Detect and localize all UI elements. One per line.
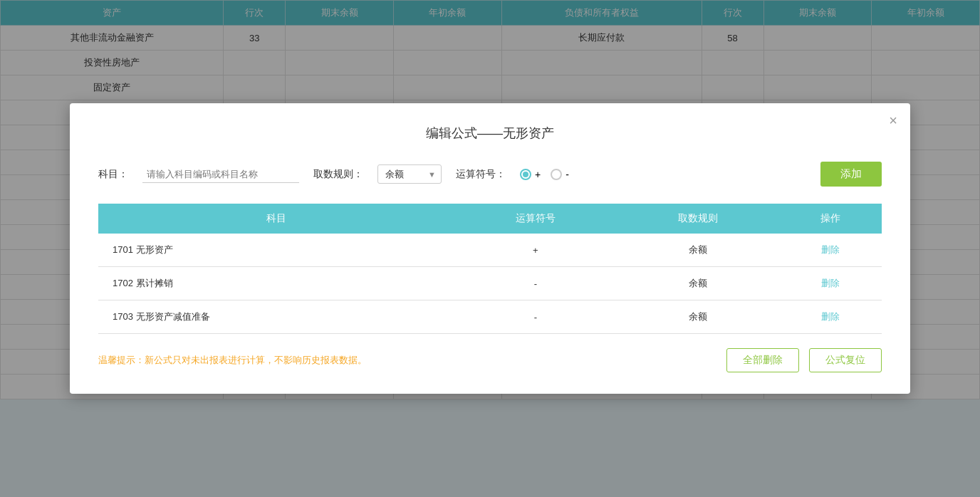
subject-input[interactable] <box>142 166 299 183</box>
table-row: 1701 无形资产+余额删除 <box>98 234 882 267</box>
radio-plus-label: + <box>535 169 541 180</box>
cell-rule: 余额 <box>617 234 779 267</box>
formula-table-header: 科目 运算符号 取数规则 操作 <box>98 204 882 234</box>
modal-dialog: × 编辑公式——无形资产 科目： 取数规则： 余额借方贷方 ▼ 运算符号： + … <box>70 103 910 394</box>
delete-link[interactable]: 删除 <box>821 311 840 322</box>
delete-link[interactable]: 删除 <box>821 244 840 255</box>
th-rule: 取数规则 <box>617 204 779 234</box>
radio-plus[interactable]: + <box>520 169 541 180</box>
cell-operator: - <box>454 267 617 300</box>
rule-select-wrapper[interactable]: 余额借方贷方 ▼ <box>377 164 442 184</box>
reset-button[interactable]: 公式复位 <box>809 348 882 372</box>
th-operator: 运算符号 <box>454 204 617 234</box>
formula-table: 科目 运算符号 取数规则 操作 1701 无形资产+余额删除1702 累计摊销-… <box>98 204 882 334</box>
subject-label: 科目： <box>98 168 128 181</box>
radio-minus[interactable]: - <box>551 169 569 180</box>
radio-minus-circle <box>551 169 562 180</box>
cell-operator: + <box>454 234 617 267</box>
radio-minus-label: - <box>565 169 569 180</box>
cell-subject: 1703 无形资产减值准备 <box>98 300 454 334</box>
formula-table-body: 1701 无形资产+余额删除1702 累计摊销-余额删除1703 无形资产减值准… <box>98 234 882 334</box>
close-button[interactable]: × <box>889 113 897 127</box>
cell-subject: 1702 累计摊销 <box>98 267 454 300</box>
radio-plus-circle <box>520 169 531 180</box>
form-row: 科目： 取数规则： 余额借方贷方 ▼ 运算符号： + - 添加 <box>98 162 882 187</box>
delete-all-button[interactable]: 全部删除 <box>726 348 799 372</box>
th-subject: 科目 <box>98 204 454 234</box>
cell-action: 删除 <box>779 234 882 267</box>
cell-action: 删除 <box>779 300 882 334</box>
cell-action: 删除 <box>779 267 882 300</box>
operator-label: 运算符号： <box>456 168 506 181</box>
cell-rule: 余额 <box>617 267 779 300</box>
warning-text: 温馨提示：新公式只对未出报表进行计算，不影响历史报表数据。 <box>98 354 367 367</box>
th-action: 操作 <box>779 204 882 234</box>
footer-buttons: 全部删除 公式复位 <box>726 348 882 372</box>
add-button[interactable]: 添加 <box>820 162 882 187</box>
cell-operator: - <box>454 300 617 334</box>
rule-select[interactable]: 余额借方贷方 <box>377 164 442 184</box>
delete-link[interactable]: 删除 <box>821 278 840 288</box>
modal-title: 编辑公式——无形资产 <box>98 125 882 142</box>
cell-rule: 余额 <box>617 300 779 334</box>
table-row: 1703 无形资产减值准备-余额删除 <box>98 300 882 334</box>
modal-footer: 温馨提示：新公式只对未出报表进行计算，不影响历史报表数据。 全部删除 公式复位 <box>98 348 882 372</box>
operator-radio-group: + - <box>520 169 569 180</box>
rule-label: 取数规则： <box>313 168 363 181</box>
modal-overlay: × 编辑公式——无形资产 科目： 取数规则： 余额借方贷方 ▼ 运算符号： + … <box>0 0 980 497</box>
table-row: 1702 累计摊销-余额删除 <box>98 267 882 300</box>
cell-subject: 1701 无形资产 <box>98 234 454 267</box>
